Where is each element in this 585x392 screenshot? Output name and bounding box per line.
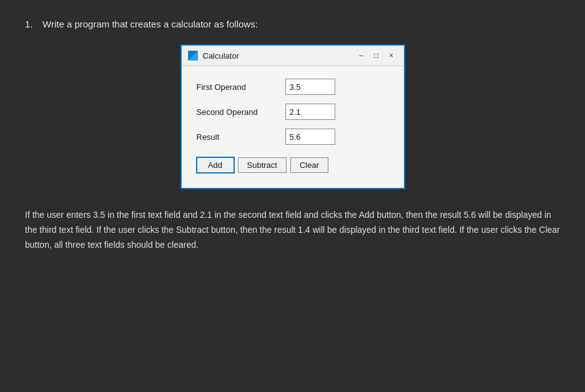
title-bar: Calculator – □ × [182, 46, 404, 66]
window-title: Calculator [203, 51, 350, 61]
second-operand-input[interactable] [285, 104, 335, 120]
result-row: Result [197, 129, 389, 145]
question-number: 1. [25, 19, 37, 29]
second-operand-label: Second Operand [197, 107, 278, 117]
description-text: If the user enters 3.5 in the first text… [25, 208, 560, 252]
clear-button[interactable]: Clear [290, 157, 328, 173]
second-operand-row: Second Operand [197, 104, 389, 120]
result-input[interactable] [285, 129, 335, 145]
minimize-button[interactable]: – [355, 49, 368, 62]
first-operand-label: First Operand [197, 82, 278, 92]
calculator-window: Calculator – □ × First Operand Second Op… [180, 44, 405, 189]
first-operand-input[interactable] [285, 79, 335, 95]
maximize-button[interactable]: □ [370, 49, 383, 62]
result-label: Result [197, 132, 278, 142]
add-button[interactable]: Add [197, 157, 234, 173]
close-button[interactable]: × [385, 49, 398, 62]
window-controls: – □ × [355, 49, 398, 62]
question-text: Write a program that creates a calculato… [42, 19, 258, 29]
app-icon [188, 51, 198, 61]
button-row: Add Subtract Clear [197, 157, 389, 173]
first-operand-row: First Operand [197, 79, 389, 95]
window-body: First Operand Second Operand Result Add … [182, 66, 404, 188]
subtract-button[interactable]: Subtract [238, 157, 287, 173]
